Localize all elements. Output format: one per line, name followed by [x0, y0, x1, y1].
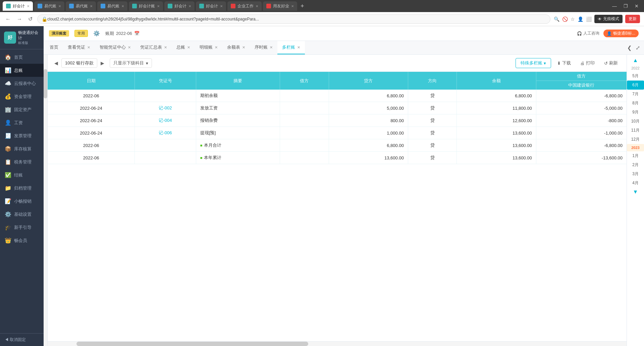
nav-item-ledger[interactable]: 📊 总账 [0, 64, 44, 77]
sidebar-unpin-button[interactable]: ◀ 取消固定 [0, 333, 44, 346]
tab-sequence-ledger[interactable]: 序时账 ✕ [250, 41, 277, 54]
nav-item-funds[interactable]: 💰 资金管理 [0, 90, 44, 103]
date-item-2023[interactable]: 2023 [627, 144, 644, 151]
date-nav-down-button[interactable]: ▼ [632, 188, 640, 196]
stealth-button[interactable]: 👁 无痕模式 [594, 15, 623, 23]
settings-icon: ⚙️ [5, 211, 11, 217]
tab-close-multi-column[interactable]: ✕ [297, 45, 300, 50]
print-button[interactable]: 🖨 打印 [577, 58, 598, 68]
date-item-jun[interactable]: 6月 [627, 81, 644, 90]
tab-6[interactable]: 好会计 ✕ [196, 1, 226, 11]
nav-item-invoice[interactable]: 🧾 发票管理 [0, 129, 44, 142]
tab-home[interactable]: 首页 [45, 41, 63, 54]
tab-close-detail-ledger[interactable]: ✕ [215, 45, 218, 50]
nav-item-cloud[interactable]: ☁️ 云报表中心 [0, 77, 44, 90]
date-item-feb-2023[interactable]: 2月 [627, 160, 644, 169]
update-button[interactable]: 更新 [625, 15, 640, 23]
user-badge[interactable]: 👤 畅捷通B标... [603, 30, 639, 37]
special-multi-column-button[interactable]: 特殊多栏账 ▾ [516, 58, 551, 68]
nav-item-assets[interactable]: 🏢 固定资产 [0, 103, 44, 116]
profile-icon[interactable]: 👤 [578, 16, 583, 22]
nav-item-settings[interactable]: ⚙️ 基础设置 [0, 208, 44, 221]
tab-multi-column[interactable]: 多栏账 ✕ [277, 41, 305, 54]
tab-7[interactable]: 企业工作 ✕ [227, 1, 262, 11]
date-item-nov[interactable]: 11月 [627, 126, 644, 135]
url-bar[interactable]: 🔒 cloud2.chanjet.com/accounting/uh26t264… [37, 14, 550, 24]
date-item-sep[interactable]: 9月 [627, 108, 644, 117]
date-item-dec[interactable]: 12月 [627, 135, 644, 144]
tab-close-general-ledger[interactable]: ✕ [187, 45, 190, 50]
reload-button[interactable]: ↺ [27, 14, 34, 23]
nav-item-guide[interactable]: 🎓 新手引导 [0, 221, 44, 234]
date-item-apr-2023[interactable]: 4月 [627, 179, 644, 188]
account-label[interactable]: 1002 银行存款 [61, 58, 97, 68]
nav-item-salary[interactable]: 👤 工资 [0, 116, 44, 129]
tab-view-voucher[interactable]: 查看凭证 ✕ [63, 41, 95, 54]
tab-close[interactable]: ✕ [27, 4, 30, 8]
tab-close-smart-voucher[interactable]: ✕ [128, 45, 131, 50]
extension-icon[interactable]: ⬜ [586, 16, 592, 22]
left-scrollbar[interactable] [44, 55, 48, 346]
tab-1[interactable]: 易代账 ✕ [34, 1, 64, 11]
tab-close-balance[interactable]: ✕ [242, 45, 245, 50]
calendar-icon[interactable]: 📅 [134, 31, 140, 36]
voucher-link[interactable]: 记-002 [159, 105, 172, 110]
nav-item-archive[interactable]: 📁 归档管理 [0, 182, 44, 195]
search-icon[interactable]: 🔍 [554, 16, 559, 22]
collapse-icon[interactable]: ❮ [626, 43, 633, 52]
close-button[interactable]: ✕ [632, 3, 641, 9]
download-button[interactable]: ⬇ 下载 [554, 58, 574, 68]
nav-item-tax[interactable]: 📋 税务管理 [0, 155, 44, 168]
tab-smart-voucher[interactable]: 智能凭证中心 ✕ [95, 41, 136, 54]
top-bar-right: 🎧 人工咨询 👤 畅捷通B标... [577, 30, 639, 37]
tab-close-voucher-summary[interactable]: ✕ [164, 45, 167, 50]
tab-general-ledger[interactable]: 总账 ✕ [172, 41, 195, 54]
forward-button[interactable]: → [15, 15, 23, 23]
consultant-button[interactable]: 🎧 人工咨询 [577, 31, 599, 36]
tab-detail-ledger[interactable]: 明细账 ✕ [195, 41, 222, 54]
maximize-button[interactable]: ❐ [621, 3, 631, 9]
nav-item-home[interactable]: 🏠 首页 [0, 51, 44, 64]
scrollbar-thumb[interactable] [76, 342, 308, 346]
tab-voucher-summary[interactable]: 凭证汇总表 ✕ [136, 41, 172, 54]
tab-balance[interactable]: 余额表 ✕ [222, 41, 250, 54]
date-item-jul[interactable]: 7月 [627, 90, 644, 99]
date-item-oct[interactable]: 10月 [627, 117, 644, 126]
tab-4[interactable]: 好会计账 ✕ [129, 1, 163, 11]
back-button[interactable]: ← [4, 15, 12, 23]
active-tab[interactable]: 好会计 ✕ [3, 1, 33, 11]
voucher-link[interactable]: 记-006 [159, 130, 172, 135]
ledger-container: ◀ 1002 银行存款 ▶ 只显示下级科目 ▾ [44, 55, 644, 346]
nav-item-expense[interactable]: 📝 小畅报销 [0, 195, 44, 208]
tab-3[interactable]: 易代账 ✕ [97, 1, 127, 11]
tab-close-sequence-ledger[interactable]: ✕ [270, 45, 273, 50]
nav-item-tax-label: 税务管理 [14, 159, 32, 165]
date-item-aug[interactable]: 8月 [627, 99, 644, 108]
sub-filter-dropdown[interactable]: 只显示下级科目 ▾ [110, 58, 152, 68]
tab-2[interactable]: 易代账 ✕ [66, 1, 96, 11]
expand-icon[interactable]: ⤢ [634, 43, 641, 52]
minimize-button[interactable]: — [609, 3, 620, 9]
date-nav-up-button[interactable]: ▲ [632, 56, 640, 65]
refresh-button[interactable]: ↺ 刷新 [601, 58, 621, 68]
tab-8[interactable]: 用友好业 ✕ [263, 1, 297, 11]
nav-item-inventory[interactable]: 📦 库存核算 [0, 142, 44, 155]
gear-icon[interactable]: ⚙️ [93, 30, 100, 37]
table-row: 2022-06 ■本月合计 6,800.00 贷 13,600.00 -6,80… [48, 139, 627, 152]
nav-item-member[interactable]: 👑 畅会员 [0, 234, 44, 247]
star-icon[interactable]: ☆ [571, 16, 575, 22]
new-tab-button[interactable]: + [299, 3, 306, 10]
date-item-may[interactable]: 5月 [627, 71, 644, 81]
horizontal-scrollbar[interactable] [48, 341, 627, 346]
next-account-button[interactable]: ▶ [99, 60, 106, 66]
date-item-jan-2023[interactable]: 1月 [627, 151, 644, 160]
date-item-mar-2023[interactable]: 3月 [627, 169, 644, 179]
tab-bar: 首页 查看凭证 ✕ 智能凭证中心 ✕ 凭证汇总表 ✕ 总账 ✕ 明细账 ✕ [44, 41, 644, 55]
tab-5[interactable]: 好会计 ✕ [164, 1, 195, 11]
nav-item-home-label: 首页 [14, 54, 23, 60]
nav-item-closing[interactable]: ✅ 结账 [0, 168, 44, 182]
tab-close-view-voucher[interactable]: ✕ [87, 45, 90, 50]
voucher-link[interactable]: 记-004 [159, 118, 172, 123]
prev-account-button[interactable]: ◀ [53, 60, 59, 66]
block-icon[interactable]: 🚫 [562, 16, 568, 22]
